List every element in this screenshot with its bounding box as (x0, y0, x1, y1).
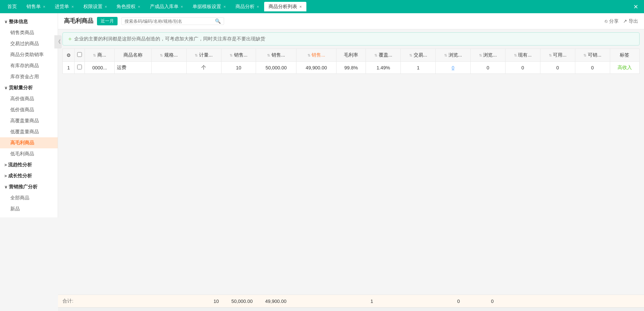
sidebar-group-overview[interactable]: ∨ 整体信息 (0, 16, 58, 27)
export-button[interactable]: ↗ 导出 (623, 18, 638, 25)
sidebar-item-in-stock[interactable]: 有库存的商品 (0, 60, 58, 71)
info-icon: ✧ (68, 36, 72, 42)
nav-role-auth[interactable]: 角色授权 × (112, 2, 144, 11)
sort-icon: ⇅ (549, 53, 552, 57)
sort-icon: ⇅ (514, 53, 517, 57)
sidebar-group-overview-items: 销售类商品 交易过的商品 商品分类助销率 有库存的商品 库存资金占用 (0, 27, 58, 82)
col-available: ⇅ 可用... (540, 49, 575, 62)
table-row: 1 0000... 运费 个 10 50,000.00 49,900.00 99… (63, 62, 640, 74)
footer-available: 0 (464, 299, 494, 304)
select-all-checkbox[interactable] (77, 52, 82, 57)
row-current: 0 (506, 62, 540, 74)
sidebar-group-contribution[interactable]: ∨ 贡献量分析 (0, 82, 58, 93)
col-gross-margin: 毛利率 (337, 49, 366, 62)
col-views1: ⇅ 浏览... (436, 49, 471, 62)
sidebar-item-stock-capital[interactable]: 库存资金占用 (0, 71, 58, 82)
close-icon[interactable]: × (105, 4, 107, 9)
col-views2: ⇅ 浏览... (471, 49, 506, 62)
sort-icon: ⇅ (583, 53, 586, 57)
close-icon[interactable]: × (181, 4, 183, 9)
sidebar-item-low-margin[interactable]: 低毛利商品 (0, 148, 58, 159)
close-icon[interactable]: × (299, 4, 302, 9)
row-tag: 高收入 (610, 62, 639, 74)
search-icon[interactable]: 🔍 (215, 18, 221, 24)
footer-trade: 1 (344, 299, 373, 304)
top-navigation: 首页 销售单 × 进货单 × 权限设置 × 角色授权 × 产成品入库单 × 单据… (0, 0, 644, 13)
chevron-right-icon: > (4, 174, 7, 178)
chevron-down-icon: ∨ (4, 86, 7, 90)
sidebar-container: ∨ 整体信息 销售类商品 交易过的商品 商品分类助销率 有库存的商品 库存资金占… (0, 13, 58, 311)
sidebar-item-high-coverage[interactable]: 高覆盖量商品 (0, 115, 58, 126)
sidebar-item-high-value[interactable]: 高价值商品 (0, 93, 58, 104)
row-unit: 个 (186, 62, 221, 74)
nav-sales-order[interactable]: 销售单 × (22, 2, 50, 11)
row-checkbox (75, 62, 85, 74)
sidebar-item-low-coverage[interactable]: 低覆盖量商品 (0, 126, 58, 137)
sidebar-item-traded-goods[interactable]: 交易过的商品 (0, 38, 58, 49)
row-trade: 1 (401, 62, 436, 74)
sidebar-group-contribution-items: 高价值商品 低价值商品 高覆盖量商品 低覆盖量商品 高毛利商品 低毛利商品 (0, 93, 58, 159)
row-sales-qty: 10 (221, 62, 256, 74)
nav-analysis-list[interactable]: 商品分析列表 × (264, 2, 306, 11)
search-input[interactable] (125, 19, 215, 24)
sidebar-item-new-products[interactable]: 新品 (0, 203, 58, 214)
search-box: 🔍 (121, 17, 224, 25)
col-coverage: ⇅ 覆盖... (366, 49, 401, 62)
sidebar-item-sales-goods[interactable]: 销售类商品 (0, 27, 58, 38)
close-icon[interactable]: × (257, 4, 259, 9)
sort-icon: ⇅ (479, 53, 482, 57)
sort-icon: ⇅ (444, 53, 447, 57)
footer-sales-profit: 49,900.00 (257, 299, 287, 304)
nav-template-settings[interactable]: 单据模板设置 × (188, 2, 230, 11)
sort-icon: ⇅ (267, 53, 270, 57)
nav-home[interactable]: 首页 (3, 2, 21, 11)
row-num: 1 (63, 62, 75, 74)
header-actions: ⎋ 分享 ↗ 导出 (605, 18, 638, 25)
window-close-button[interactable]: ✕ (630, 3, 641, 10)
sort-icon: ⇅ (409, 53, 412, 57)
share-button[interactable]: ⎋ 分享 (605, 18, 619, 25)
close-icon[interactable]: × (43, 4, 45, 9)
sort-icon: ⇅ (93, 53, 96, 57)
sidebar-item-high-margin[interactable]: 高毛利商品 (0, 137, 58, 148)
sidebar-group-marketing[interactable]: ∨ 营销推广分析 (0, 181, 58, 192)
col-sales-profit: ⇅ 销售... (296, 49, 336, 62)
sidebar-collapse-button[interactable]: 《 (54, 35, 62, 48)
nav-purchase-order[interactable]: 进货单 × (50, 2, 78, 11)
col-settings[interactable]: ⚙ (63, 49, 75, 62)
table-header-row: ⚙ ⇅ 商... 商品名称 ⇅ (63, 49, 640, 62)
sort-icon: ⇅ (160, 53, 163, 57)
sort-icon: ⇅ (374, 53, 377, 57)
sidebar-group-marketing-items: 全部商品 新品 (0, 192, 58, 214)
page-title: 高毛利商品 (64, 17, 93, 25)
filter-period-button[interactable]: 近一月 (97, 17, 118, 25)
close-icon[interactable]: × (223, 4, 226, 9)
row-select-checkbox[interactable] (77, 65, 82, 69)
horizontal-scrollbar[interactable] (58, 307, 644, 311)
footer-label: 合计: (62, 298, 73, 304)
sort-icon: ⇅ (195, 53, 198, 57)
col-sales-amount: ⇅ 销售... (256, 49, 296, 62)
row-available: 0 (540, 62, 575, 74)
nav-product-analysis[interactable]: 商品分析 × (231, 2, 263, 11)
nav-finished-goods[interactable]: 产成品入库单 × (145, 2, 187, 11)
sidebar-item-all-goods[interactable]: 全部商品 (0, 192, 58, 203)
col-name: 商品名称 (115, 49, 151, 62)
nav-permissions[interactable]: 权限设置 × (79, 2, 111, 11)
close-icon[interactable]: × (71, 4, 73, 9)
sidebar-item-category-rate[interactable]: 商品分类助销率 (0, 49, 58, 60)
settings-icon[interactable]: ⚙ (66, 53, 71, 58)
content-area: 高毛利商品 近一月 🔍 ⎋ 分享 ↗ 导出 ✧ 企业的主要的利润都是这部分商品创… (58, 13, 644, 311)
sidebar-item-low-value[interactable]: 低价值商品 (0, 104, 58, 115)
row-views1[interactable]: 0 (436, 62, 471, 74)
table-wrapper[interactable]: ⚙ ⇅ 商... 商品名称 ⇅ (58, 48, 644, 294)
row-sales-profit: 49,900.00 (296, 62, 336, 74)
sidebar-group-growth[interactable]: > 成长性分析 (0, 170, 58, 181)
col-spec: ⇅ 规格... (151, 49, 186, 62)
col-current: ⇅ 现有... (506, 49, 540, 62)
close-icon[interactable]: × (138, 4, 140, 9)
col-checkbox (75, 49, 85, 62)
sort-icon: ⇅ (307, 53, 310, 57)
col-unit: ⇅ 计量... (186, 49, 221, 62)
sidebar-group-trend[interactable]: > 流趋性分析 (0, 159, 58, 170)
